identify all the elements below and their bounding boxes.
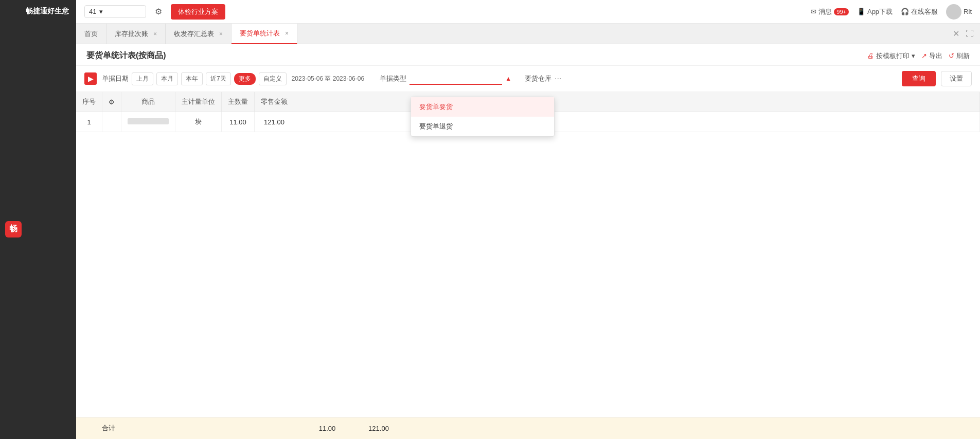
col-amount: 零售金额 (255, 92, 294, 112)
logo-text: 畅捷通好生意 标准版 (26, 6, 69, 439)
filter-expand-button[interactable]: ▶ (84, 72, 97, 85)
col-index: 序号 (76, 92, 102, 112)
warehouse-filter-label: 要货仓库 (525, 74, 551, 83)
print-dropdown-icon: ▾ (912, 52, 915, 60)
print-icon: 🖨 (867, 52, 874, 60)
service-action[interactable]: 🎧 在线客服 (901, 7, 938, 16)
close-all-button[interactable]: ✕ (951, 27, 961, 41)
tab-receive-summary[interactable]: 收发存汇总表 × (166, 24, 231, 44)
refresh-icon: ↺ (949, 52, 954, 60)
tabbar-actions: ✕ ⛶ (951, 27, 980, 41)
export-action[interactable]: ↗ 导出 (921, 51, 942, 61)
message-badge: 99+ (834, 8, 849, 15)
date-range-text: 2023-05-06 至 2023-06-06 (292, 75, 364, 83)
tab-home-label: 首页 (84, 29, 98, 39)
tab-inventory-batch-close[interactable]: × (153, 30, 157, 38)
date-filter-label: 单据日期 (102, 74, 129, 83)
date-range-display: 2023-05-06 至 2023-06-06 (292, 75, 364, 83)
query-button[interactable]: 查询 (902, 71, 936, 86)
dropdown-item-order-in[interactable]: 要货单要货 (411, 97, 554, 117)
tab-order-summary-label: 要货单统计表 (240, 29, 280, 38)
this-month-btn[interactable]: 本月 (156, 72, 178, 85)
footer-label: 合计 (76, 424, 225, 433)
tab-inventory-batch-label: 库存批次账 (115, 29, 148, 39)
tab-receive-summary-label: 收发存汇总表 (174, 29, 214, 39)
header-actions: 🖨 按模板打印 ▾ ↗ 导出 ↺ 刷新 (867, 51, 970, 61)
col-quantity: 主数量 (222, 92, 255, 112)
type-filter-label: 单据类型 (380, 74, 406, 83)
this-year-btn[interactable]: 本年 (181, 72, 203, 85)
product-placeholder (128, 118, 169, 124)
refresh-label: 刷新 (956, 51, 970, 61)
table-container: 序号 ⚙ 商品 主计量单位 主数量 零售金额 1 (76, 92, 980, 417)
user-action[interactable]: Rit (946, 4, 972, 20)
tabbar: 首页 库存批次账 × 收发存汇总表 × 要货单统计表 × ✕ ⛶ (76, 24, 980, 44)
logo-icon: 畅 (5, 221, 22, 237)
footer-quantity: 11.00 (301, 425, 353, 432)
type-filter-arrow[interactable]: ▲ (505, 75, 511, 82)
col-unit: 主计量单位 (175, 92, 222, 112)
cell-index: 1 (76, 112, 102, 132)
page-title: 要货单统计表(按商品) (86, 50, 166, 61)
tab-home[interactable]: 首页 (76, 24, 106, 44)
sidebar: 畅 畅捷通好生意 标准版 🔍 搜索菜单 ⚡ 快捷导航 📢 营销推广 💰 销售管理… (0, 0, 76, 439)
user-avatar (946, 4, 961, 20)
cell-amount: 121.00 (255, 112, 294, 132)
col-extra (294, 92, 980, 112)
tab-order-summary[interactable]: 要货单统计表 × (231, 24, 297, 44)
page-header: 要货单统计表(按商品) 🖨 按模板打印 ▾ ↗ 导出 ↺ 刷新 (76, 44, 980, 66)
filter-row: ▶ 单据日期 上月 本月 本年 近7天 更多 自定义 2023-05-06 至 … (76, 66, 980, 92)
maximize-button[interactable]: ⛶ (964, 27, 976, 41)
type-filter-group: 单据类型 ▲ (380, 73, 511, 85)
warehouse-more-icon[interactable]: ··· (555, 74, 561, 83)
footer-amount: 121.00 (353, 425, 404, 432)
main-area: 41 ▾ ⚙ 体验行业方案 ✉ 消息 99+ 📱 App下载 🎧 在线客服 R (76, 0, 980, 439)
date-filter-group: 单据日期 上月 本月 本年 近7天 更多 自定义 (102, 72, 287, 85)
app-icon: 📱 (857, 8, 865, 15)
cell-quantity: 11.00 (222, 112, 255, 132)
page-content: 要货单统计表(按商品) 🖨 按模板打印 ▾ ↗ 导出 ↺ 刷新 ▶ (76, 44, 980, 439)
cell-extra (294, 112, 980, 132)
message-action[interactable]: ✉ 消息 99+ (811, 7, 849, 16)
app-download-action[interactable]: 📱 App下载 (857, 7, 893, 16)
logo-main-text: 畅捷通好生意 (26, 6, 69, 439)
topbar: 41 ▾ ⚙ 体验行业方案 ✉ 消息 99+ 📱 App下载 🎧 在线客服 R (76, 0, 980, 24)
col-product: 商品 (121, 92, 175, 112)
service-label: 在线客服 (911, 7, 938, 16)
print-action[interactable]: 🖨 按模板打印 ▾ (867, 51, 915, 61)
topbar-right: ✉ 消息 99+ 📱 App下载 🎧 在线客服 Rit (811, 4, 972, 20)
type-filter-input[interactable] (409, 73, 502, 85)
cell-settings (102, 112, 121, 132)
filter-settings-button[interactable]: 设置 (941, 71, 972, 86)
topbar-gear-button[interactable]: ⚙ (151, 5, 166, 19)
company-selector[interactable]: 41 ▾ (84, 5, 146, 18)
dropdown-item-order-return[interactable]: 要货单退货 (411, 117, 554, 136)
message-icon: ✉ (811, 8, 816, 15)
tab-order-summary-close[interactable]: × (285, 30, 289, 37)
last-7-btn[interactable]: 近7天 (206, 72, 231, 85)
custom-btn[interactable]: 自定义 (259, 72, 287, 85)
last-month-btn[interactable]: 上月 (132, 72, 153, 85)
refresh-action[interactable]: ↺ 刷新 (949, 51, 970, 61)
export-label: 导出 (929, 51, 942, 61)
more-btn[interactable]: 更多 (234, 73, 256, 85)
company-name: 41 (89, 8, 96, 15)
warehouse-filter-group: 要货仓库 ··· (525, 74, 561, 83)
tab-inventory-batch[interactable]: 库存批次账 × (106, 24, 166, 44)
user-name: Rit (964, 8, 972, 15)
table-footer: 合计 11.00 121.00 (76, 417, 980, 439)
type-dropdown: 要货单要货 要货单退货 (411, 97, 555, 137)
tab-receive-summary-close[interactable]: × (219, 30, 223, 38)
print-label: 按模板打印 (876, 51, 910, 61)
message-label: 消息 (818, 7, 832, 16)
col-settings[interactable]: ⚙ (102, 92, 121, 112)
sidebar-logo: 畅 畅捷通好生意 标准版 (0, 0, 76, 439)
service-icon: 🎧 (901, 8, 909, 15)
footer-total-label: 合计 (102, 424, 115, 432)
topbar-left: 41 ▾ ⚙ 体验行业方案 (84, 4, 225, 20)
trial-button[interactable]: 体验行业方案 (171, 4, 225, 20)
cell-product (121, 112, 175, 132)
app-label: App下载 (867, 7, 893, 16)
company-dropdown-icon: ▾ (99, 8, 103, 15)
cell-unit: 块 (175, 112, 222, 132)
